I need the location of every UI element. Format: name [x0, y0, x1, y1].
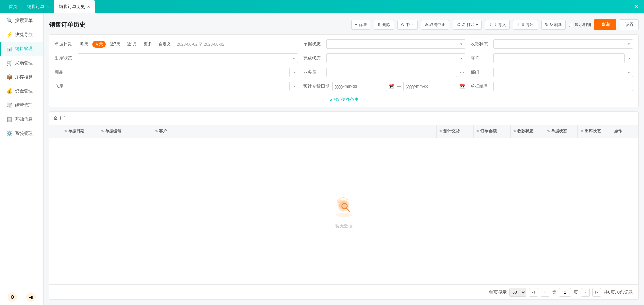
dept-select[interactable]: ▾	[493, 68, 633, 77]
cancel-stop-label: 取消中止	[429, 22, 445, 28]
sort-ship-icon[interactable]: ⇅	[581, 129, 583, 133]
th-amount: ⇅ 订单金额	[474, 125, 511, 138]
delete-button[interactable]: 🗑 删除	[374, 20, 394, 30]
bill-status-label: 单据状态	[303, 41, 324, 47]
filter-row-3: 商品 ··· 业务员 ··· 部门	[55, 68, 633, 77]
th-action: 操作	[611, 125, 638, 138]
tab-sales-order-close[interactable]: ✕	[46, 5, 49, 9]
sidebar-item-operations[interactable]: 📈 经营管理	[0, 98, 43, 112]
tab-sales-order[interactable]: 销售订单 ✕	[22, 0, 54, 13]
table-toolbar: ⚙	[49, 112, 638, 125]
print-button[interactable]: 🖨 🖨 打印 ▾	[453, 20, 482, 30]
new-button[interactable]: + 新增	[351, 20, 370, 30]
sidebar-item-search-menu[interactable]: 🔍 搜索菜单	[0, 13, 43, 28]
warehouse-picker-btn[interactable]: ···	[291, 83, 298, 89]
filter-complete-status-item: 完成状态 ▾	[303, 53, 466, 63]
filter-bill-no-item: 单据编号	[471, 82, 633, 91]
dept-label: 部门	[471, 69, 491, 75]
query-button[interactable]: 查询	[594, 19, 616, 30]
complete-status-select[interactable]: ▾	[326, 53, 466, 63]
page-size-select[interactable]: 50 20 100	[509, 288, 526, 297]
customer-picker-btn[interactable]: ···	[626, 55, 633, 61]
sort-pay-icon[interactable]: ⇅	[513, 129, 516, 133]
table-settings-icon[interactable]: ⚙	[53, 115, 58, 121]
th-ship-label: 出库状态	[585, 128, 601, 134]
date-tab-7days[interactable]: 近7天	[107, 41, 123, 48]
main-layout: 🔍 搜索菜单 ⚡ 快捷导航 📊 销售管理 🛒 采购管理 📦 库存核算 💰 资金管…	[0, 13, 644, 305]
goods-input[interactable]	[78, 68, 290, 77]
sidebar-item-quick-nav[interactable]: ⚡ 快捷导航	[0, 28, 43, 42]
quick-nav-icon: ⚡	[6, 32, 12, 38]
sidebar-settings-btn[interactable]: ⚙	[8, 292, 17, 302]
filter-delivery-date-item: 预计交货日期 📅 — 📅	[303, 82, 466, 91]
th-customer-label: 客户	[159, 128, 167, 134]
svg-point-0	[336, 213, 352, 217]
page-title: 销售订单历史	[49, 21, 85, 29]
date-filter-control: 昨天 今天 近7天 近1月 更多 自定义 2023-06-02 至 2023-0…	[78, 41, 298, 48]
select-all-checkbox[interactable]	[60, 116, 65, 120]
sort-delivery-icon[interactable]: ⇅	[439, 129, 442, 133]
tab-home[interactable]: 首页	[4, 0, 22, 13]
sidebar-item-sys-mgmt[interactable]: ⚙️ 系统管理	[0, 126, 43, 141]
customer-input[interactable]	[493, 53, 624, 63]
refresh-button[interactable]: ↻ ↻ 刷新	[541, 20, 566, 30]
bill-no-input[interactable]	[493, 82, 633, 91]
dept-arrow-icon: ▾	[628, 70, 630, 75]
date-tab-today[interactable]: 今天	[92, 41, 106, 48]
sidebar-item-sales-mgmt[interactable]: 📊 销售管理	[0, 42, 43, 56]
sort-amount-icon[interactable]: ⇅	[476, 129, 479, 133]
delivery-date-control: 📅 — 📅	[332, 82, 466, 91]
bill-status-select[interactable]: ▾	[326, 39, 466, 49]
sidebar-item-basic-info[interactable]: 📋 基础信息	[0, 112, 43, 126]
last-page-button[interactable]: ⊳	[592, 288, 601, 297]
sort-date-icon[interactable]: ⇅	[64, 129, 67, 133]
filter-row-1: 单据日期 昨天 今天 近7天 近1月 更多 自定义 2023-06-02 至 2…	[55, 39, 633, 49]
stop-button[interactable]: ⊘ 中止	[397, 20, 417, 30]
date-tab-yesterday[interactable]: 昨天	[78, 41, 91, 48]
date-tab-1month[interactable]: 近1月	[124, 41, 140, 48]
sidebar-collapse-btn[interactable]: ◀	[26, 292, 36, 302]
sidebar-item-finance[interactable]: 💰 资金管理	[0, 84, 43, 98]
tab-home-label: 首页	[9, 4, 17, 10]
first-page-button[interactable]: ⊲	[529, 288, 538, 297]
customer-label: 客户	[471, 55, 491, 61]
goods-filter-control: ···	[78, 68, 298, 77]
next-page-button[interactable]: ›	[581, 288, 590, 297]
delivery-date-end-input[interactable]	[403, 82, 458, 91]
delivery-date-start-calendar-icon[interactable]: 📅	[388, 84, 394, 89]
sort-bill-icon[interactable]: ⇅	[547, 129, 550, 133]
collapse-row[interactable]: ∧ 收起更多条件	[55, 96, 633, 102]
sys-mgmt-icon: ⚙️	[6, 130, 12, 137]
ship-status-select[interactable]: ▾	[78, 53, 298, 63]
window-close-button[interactable]: ✕	[632, 3, 640, 10]
date-tab-custom[interactable]: 自定义	[156, 41, 173, 48]
sort-customer-icon[interactable]: ⇅	[155, 129, 158, 133]
import-button[interactable]: ⇪ ⇪ 导入	[485, 20, 510, 30]
display-detail-checkbox[interactable]	[569, 23, 573, 27]
tab-sales-order-history[interactable]: 销售订单历史 ✕	[54, 0, 95, 13]
tab-sales-order-history-close[interactable]: ✕	[87, 5, 90, 9]
sidebar-item-purchase-mgmt[interactable]: 🛒 采购管理	[0, 56, 43, 70]
filter-row-2: 出库状态 ▾ 完成状态 ▾ 客户	[55, 53, 633, 63]
prev-page-button[interactable]: ‹	[541, 288, 549, 297]
settings-button[interactable]: 设置	[620, 19, 639, 30]
display-toggle[interactable]: 显示明细	[569, 22, 591, 28]
salesperson-input[interactable]	[326, 68, 457, 77]
th-ship-status: ⇅ 出库状态	[578, 125, 611, 138]
delivery-date-end-calendar-icon[interactable]: 📅	[460, 84, 465, 89]
warehouse-input[interactable]	[78, 82, 290, 91]
import-icon: ⇪	[489, 22, 492, 27]
th-delivery-label: 预计交货...	[443, 128, 463, 134]
delivery-date-start-input[interactable]	[332, 82, 387, 91]
filter-bill-status-item: 单据状态 ▾	[303, 39, 466, 49]
export-button[interactable]: ⇩ ⇩ 导出	[513, 20, 538, 30]
page-number-input[interactable]	[559, 288, 571, 297]
salesperson-picker-btn[interactable]: ···	[458, 69, 465, 75]
goods-picker-btn[interactable]: ···	[291, 69, 298, 75]
date-tab-more[interactable]: 更多	[141, 41, 155, 48]
page-go-label: 第	[552, 289, 556, 295]
sort-order-icon[interactable]: ⇅	[101, 129, 104, 133]
cancel-stop-button[interactable]: ⊛ 取消中止	[421, 20, 449, 30]
pay-status-select[interactable]: ▾	[493, 39, 633, 49]
sidebar-item-inventory[interactable]: 📦 库存核算	[0, 70, 43, 84]
